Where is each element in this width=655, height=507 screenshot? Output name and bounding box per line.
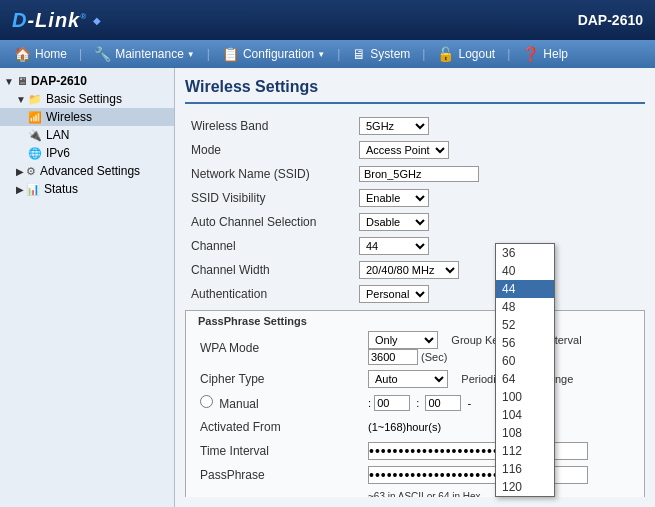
channel-width-label: Channel Width xyxy=(185,258,355,282)
channel-dropdown-overlay: 36 40 44 48 52 56 60 64 100 104 108 112 … xyxy=(495,243,555,497)
channel-option-112[interactable]: 112 xyxy=(496,442,554,460)
wireless-icon: 📶 xyxy=(28,111,42,124)
channel-width-select[interactable]: 20/40/80 MHz xyxy=(359,261,459,279)
sidebar-item-basic-settings[interactable]: ▼ 📁 Basic Settings xyxy=(0,90,174,108)
channel-option-44[interactable]: 44 xyxy=(496,280,554,298)
expand-status: ▶ xyxy=(16,184,24,195)
channel-option-116[interactable]: 116 xyxy=(496,460,554,478)
nav-system-label: System xyxy=(370,47,410,61)
nav-help[interactable]: ❓ Help xyxy=(512,40,578,68)
channel-option-104[interactable]: 104 xyxy=(496,406,554,424)
ssid-value xyxy=(355,162,645,186)
ssid-row: Network Name (SSID) xyxy=(185,162,645,186)
nav-logout[interactable]: 🔓 Logout xyxy=(427,40,505,68)
time-from-input[interactable] xyxy=(374,395,410,411)
authentication-label: Authentication xyxy=(185,282,355,306)
nav-maintenance-label: Maintenance xyxy=(115,47,184,61)
nav-home-label: Home xyxy=(35,47,67,61)
sidebar-label-wireless: Wireless xyxy=(46,110,92,124)
nav-help-label: Help xyxy=(543,47,568,61)
manual-row: Manual : : - xyxy=(194,391,636,415)
manual-radio[interactable] xyxy=(200,395,213,408)
mode-select[interactable]: Access Point xyxy=(359,141,449,159)
advanced-icon: ⚙ xyxy=(26,165,36,178)
channel-label: Channel xyxy=(185,234,355,258)
content-area: Wireless Settings Wireless Band 5GHz Mod… xyxy=(175,68,655,507)
wpa-mode-select[interactable]: Only xyxy=(368,331,438,349)
expand-advanced-settings: ▶ xyxy=(16,166,24,177)
sidebar-item-wireless[interactable]: 📶 Wireless xyxy=(0,108,174,126)
nav-maintenance[interactable]: 🔧 Maintenance ▼ xyxy=(84,40,205,68)
ssid-visibility-row: SSID Visibility Enable xyxy=(185,186,645,210)
status-icon: 📊 xyxy=(26,183,40,196)
logo-area: D-Link® ◆ xyxy=(12,9,101,32)
nav-sep-3: | xyxy=(337,47,340,61)
registered-mark: ® xyxy=(80,12,87,21)
channel-option-108[interactable]: 108 xyxy=(496,424,554,442)
sidebar-item-advanced-settings[interactable]: ▶ ⚙ Advanced Settings xyxy=(0,162,174,180)
channel-option-48[interactable]: 48 xyxy=(496,298,554,316)
mode-row: Mode Access Point xyxy=(185,138,645,162)
dlink-logo: D-Link® xyxy=(12,9,87,32)
channel-width-row: Channel Width 20/40/80 MHz xyxy=(185,258,645,282)
channel-option-120[interactable]: 120 xyxy=(496,478,554,496)
cipher-type-select[interactable]: Auto xyxy=(368,370,448,388)
channel-option-52[interactable]: 52 xyxy=(496,316,554,334)
channel-option-64[interactable]: 64 xyxy=(496,370,554,388)
hours-hint: (1~168)hour(s) xyxy=(368,421,441,433)
configuration-icon: 📋 xyxy=(222,46,239,62)
confirm-passphrase-label: Confirm PassPhrase xyxy=(194,487,364,497)
group-key-input[interactable] xyxy=(368,349,418,365)
maintenance-icon: 🔧 xyxy=(94,46,111,62)
auto-channel-label: Auto Channel Selection xyxy=(185,210,355,234)
sidebar-label-basic-settings: Basic Settings xyxy=(46,92,122,106)
channel-select[interactable]: 44 xyxy=(359,237,429,255)
nav-configuration[interactable]: 📋 Configuration ▼ xyxy=(212,40,335,68)
time-to-input[interactable] xyxy=(425,395,461,411)
sidebar-label-advanced-settings: Advanced Settings xyxy=(40,164,140,178)
auto-channel-select[interactable]: Dsable xyxy=(359,213,429,231)
model-number: DAP-2610 xyxy=(578,12,643,28)
channel-option-100[interactable]: 100 xyxy=(496,388,554,406)
sidebar-item-lan[interactable]: 🔌 LAN xyxy=(0,126,174,144)
maintenance-arrow: ▼ xyxy=(187,50,195,59)
group-key-unit: (Sec) xyxy=(421,351,447,363)
wireless-band-select[interactable]: 5GHz xyxy=(359,117,429,135)
sidebar-label-dap2610: DAP-2610 xyxy=(31,74,87,88)
sidebar-item-dap2610[interactable]: ▼ 🖥 DAP-2610 xyxy=(0,72,174,90)
confirm-passphrase-row: Confirm PassPhrase ~63 in ASCII or 64 in… xyxy=(194,487,636,497)
authentication-select[interactable]: Personal xyxy=(359,285,429,303)
wireless-band-label: Wireless Band xyxy=(185,114,355,138)
logo-tagline: ◆ xyxy=(93,15,101,26)
channel-option-40[interactable]: 40 xyxy=(496,262,554,280)
manual-label: Manual xyxy=(194,391,364,415)
expand-basic-settings: ▼ xyxy=(16,94,26,105)
wpa-mode-row: WPA Mode Only Group Key Update Interval … xyxy=(194,329,636,367)
channel-option-60[interactable]: 60 xyxy=(496,352,554,370)
nav-home[interactable]: 🏠 Home xyxy=(4,40,77,68)
sidebar-item-ipv6[interactable]: 🌐 IPv6 xyxy=(0,144,174,162)
ssid-visibility-select[interactable]: Enable xyxy=(359,189,429,207)
ssid-input[interactable] xyxy=(359,166,479,182)
channel-option-56[interactable]: 56 xyxy=(496,334,554,352)
passphrase-fieldset: PassPhrase Settings WPA Mode Only Group … xyxy=(185,310,645,497)
sidebar-item-status[interactable]: ▶ 📊 Status xyxy=(0,180,174,198)
confirm-dots-display: •••••••••••••••••••••••••• xyxy=(368,466,588,484)
folder-icon: 📁 xyxy=(28,93,42,106)
cipher-type-label: Cipher Type xyxy=(194,367,364,391)
computer-icon: 🖥 xyxy=(16,75,27,87)
navbar: 🏠 Home | 🔧 Maintenance ▼ | 📋 Configurati… xyxy=(0,40,655,68)
sidebar-label-ipv6: IPv6 xyxy=(46,146,70,160)
hint-ascii: ~63 in ASCII or 64 in Hex. xyxy=(368,491,483,497)
header: D-Link® ◆ DAP-2610 xyxy=(0,0,655,40)
nav-system[interactable]: 🖥 System xyxy=(342,40,420,68)
mode-label: Mode xyxy=(185,138,355,162)
ipv6-icon: 🌐 xyxy=(28,147,42,160)
nav-logout-label: Logout xyxy=(458,47,495,61)
home-icon: 🏠 xyxy=(14,46,31,62)
content-scroll: Wireless Settings Wireless Band 5GHz Mod… xyxy=(185,78,645,497)
time-interval-label: Time Interval xyxy=(194,439,364,463)
expand-dap2610: ▼ xyxy=(4,76,14,87)
channel-option-36[interactable]: 36 xyxy=(496,244,554,262)
mode-value: Access Point xyxy=(355,138,645,162)
